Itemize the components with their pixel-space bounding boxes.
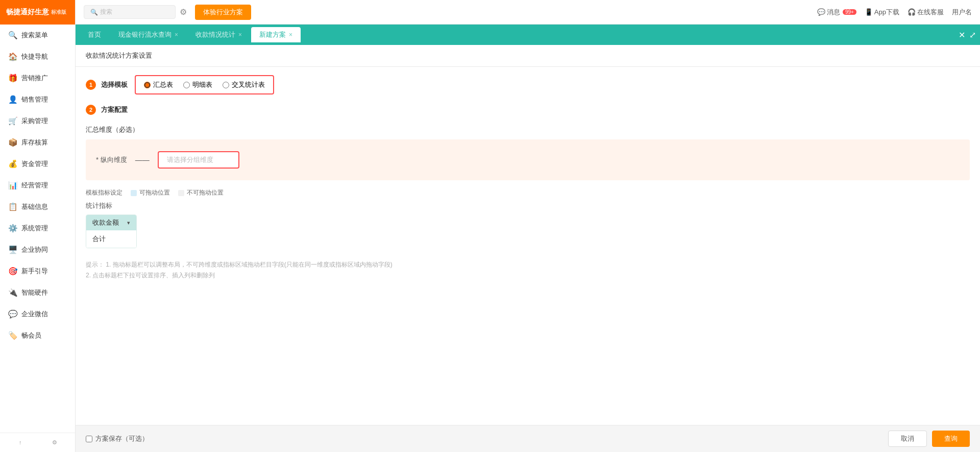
- sidebar-item-purchase[interactable]: 🛒 采购管理: [0, 110, 75, 132]
- sidebar-item-enterprise-wechat[interactable]: 💬 企业微信: [0, 303, 75, 325]
- main-area: 🔍 搜索 ⚙ 体验行业方案 💬 消息 99+ 📱 App下载 🎧 在线客服 用户…: [76, 0, 980, 452]
- content-area: 1 选择模板 汇总表 明细表 交叉统计表: [76, 67, 980, 425]
- logo-text: 畅捷通好生意: [6, 8, 49, 17]
- tab-bank-flow[interactable]: 现金银行流水查询 ×: [110, 27, 186, 42]
- enterprise-wechat-icon: 💬: [8, 310, 17, 319]
- metrics-legend: 模板指标设定 可拖动位置 不可拖动位置: [86, 188, 970, 197]
- metrics-section: 模板指标设定 可拖动位置 不可拖动位置 统计指标 收款金额: [86, 188, 970, 248]
- sidebar-label-sys-mgmt: 系统管理: [21, 224, 48, 233]
- dimension-area: * 纵向维度 —— 请选择分组维度: [86, 139, 970, 180]
- sidebar-item-finance[interactable]: 💰 资金管理: [0, 153, 75, 175]
- template-option-crosstab[interactable]: 交叉统计表: [223, 80, 265, 89]
- save-checkbox[interactable]: [86, 436, 92, 442]
- arrow-right-icon: ——: [135, 156, 150, 164]
- query-button[interactable]: 查询: [932, 431, 970, 447]
- legend-fixed-label: 不可拖动位置: [187, 188, 224, 197]
- step2-label: 方案配置: [101, 105, 128, 114]
- radio-summary[interactable]: [144, 82, 151, 88]
- tip2: 2. 点击标题栏下拉可设置排序、插入列和删除列: [86, 271, 970, 280]
- download-icon: 📱: [865, 8, 873, 16]
- vertical-dim-label: * 纵向维度: [96, 155, 127, 164]
- tab-receipts-stats[interactable]: 收款情况统计 ×: [187, 27, 250, 42]
- search-menu-icon: 🔍: [8, 31, 17, 40]
- topbar: 🔍 搜索 ⚙ 体验行业方案 💬 消息 99+ 📱 App下载 🎧 在线客服 用户…: [76, 0, 980, 25]
- metrics-card-body-text: 合计: [92, 235, 106, 243]
- sidebar-item-operations[interactable]: 📊 经营管理: [0, 175, 75, 196]
- tab-new-plan[interactable]: 新建方案 ×: [251, 27, 301, 42]
- sidebar-settings-btn[interactable]: ⚙: [39, 437, 71, 448]
- logo-version: 标准版: [51, 9, 66, 16]
- topbar-search-box[interactable]: 🔍 搜索: [84, 5, 176, 19]
- template-crosstab-label: 交叉统计表: [232, 80, 265, 89]
- operations-icon: 📊: [8, 181, 17, 190]
- vip-icon: 🏷️: [8, 331, 17, 340]
- notification-area[interactable]: 💬 消息 99+: [817, 8, 856, 17]
- sidebar: 畅捷通好生意 标准版 🔍 搜索菜单 🏠 快捷导航 🎁 营销推广 👤 销售管理 🛒…: [0, 0, 76, 452]
- purchase-icon: 🛒: [8, 116, 17, 126]
- quick-nav-icon: 🏠: [8, 52, 17, 61]
- tips-section: 提示： 1. 拖动标题栏可以调整布局，不可跨维度或指标区域拖动栏目字段(只能在同…: [86, 260, 970, 280]
- tab-receipts-stats-close[interactable]: ×: [238, 31, 242, 38]
- tab-close-all-icon[interactable]: ✕: [959, 30, 965, 40]
- template-option-detail[interactable]: 明细表: [183, 80, 212, 89]
- tab-home[interactable]: 首页: [80, 27, 109, 42]
- sidebar-label-quick-nav: 快捷导航: [21, 52, 48, 61]
- bottom-bar: 方案保存（可选） 取消 查询: [76, 425, 980, 452]
- cancel-button[interactable]: 取消: [888, 431, 927, 447]
- topbar-search-icon: 🔍: [90, 9, 98, 16]
- sidebar-upgrade-btn[interactable]: ↑: [4, 437, 37, 448]
- legend-draggable: 可拖动位置: [131, 188, 170, 197]
- metrics-card-title: 收款金额: [92, 218, 119, 227]
- topbar-gear-icon[interactable]: ⚙: [180, 7, 187, 17]
- service-label: 在线客服: [917, 8, 944, 17]
- sidebar-label-finance: 资金管理: [21, 159, 48, 169]
- legend-fixed: 不可拖动位置: [178, 188, 224, 197]
- marketing-icon: 🎁: [8, 74, 17, 83]
- template-option-summary[interactable]: 汇总表: [144, 80, 173, 89]
- radio-detail[interactable]: [183, 82, 190, 88]
- sidebar-label-beginner: 新手引导: [21, 267, 48, 276]
- sidebar-bottom: ↑ ⚙: [0, 433, 75, 452]
- inventory-icon: 📦: [8, 138, 17, 147]
- sidebar-label-vip: 畅会员: [21, 331, 41, 340]
- sidebar-item-quick-nav[interactable]: 🏠 快捷导航: [0, 46, 75, 67]
- dimension-placeholder: 请选择分组维度: [167, 156, 213, 163]
- sidebar-item-search-menu[interactable]: 🔍 搜索菜单: [0, 25, 75, 46]
- sys-mgmt-icon: ⚙️: [8, 224, 17, 233]
- step2-num: 2: [86, 105, 96, 115]
- tab-bank-flow-close[interactable]: ×: [175, 31, 178, 38]
- radio-crosstab[interactable]: [223, 82, 229, 88]
- tab-new-plan-close[interactable]: ×: [289, 31, 292, 38]
- headset-icon: 🎧: [908, 8, 916, 16]
- notification-label: 消息: [827, 8, 840, 17]
- sidebar-item-smart-hw[interactable]: 🔌 智能硬件: [0, 282, 75, 303]
- app-logo: 畅捷通好生意 标准版: [0, 0, 75, 25]
- sidebar-item-beginner[interactable]: 🎯 新手引导: [0, 260, 75, 282]
- sidebar-item-inventory[interactable]: 📦 库存核算: [0, 132, 75, 153]
- tab-expand-icon[interactable]: ⤢: [969, 30, 976, 40]
- sidebar-item-base-info[interactable]: 📋 基础信息: [0, 196, 75, 218]
- industry-btn[interactable]: 体验行业方案: [195, 5, 251, 20]
- tab-new-plan-label: 新建方案: [259, 30, 286, 39]
- sidebar-item-sales[interactable]: 👤 销售管理: [0, 89, 75, 110]
- notification-badge: 99+: [843, 9, 856, 15]
- bottom-right-btns: 取消 查询: [888, 431, 970, 447]
- sidebar-label-inventory: 库存核算: [21, 138, 48, 147]
- topbar-right: 💬 消息 99+ 📱 App下载 🎧 在线客服 用户名: [817, 8, 972, 17]
- service-area[interactable]: 🎧 在线客服: [908, 8, 944, 17]
- save-label: 方案保存（可选）: [95, 434, 149, 443]
- dimension-title: 汇总维度（必选）: [86, 125, 970, 134]
- save-option[interactable]: 方案保存（可选）: [86, 434, 149, 443]
- user-name[interactable]: 用户名: [952, 8, 972, 17]
- metrics-card-header[interactable]: 收款金额 ▾: [86, 215, 136, 230]
- finance-icon: 💰: [8, 159, 17, 169]
- tab-home-label: 首页: [88, 30, 101, 39]
- sidebar-item-vip[interactable]: 🏷️ 畅会员: [0, 325, 75, 346]
- sidebar-item-sys-mgmt[interactable]: ⚙️ 系统管理: [0, 218, 75, 239]
- sidebar-item-enterprise-collab[interactable]: 🖥️ 企业协同: [0, 239, 75, 260]
- dimension-select[interactable]: 请选择分组维度: [158, 151, 239, 169]
- download-area[interactable]: 📱 App下载: [865, 8, 899, 17]
- enterprise-collab-icon: 🖥️: [8, 245, 17, 254]
- sidebar-item-marketing[interactable]: 🎁 营销推广: [0, 67, 75, 89]
- metrics-chevron-icon[interactable]: ▾: [127, 220, 130, 226]
